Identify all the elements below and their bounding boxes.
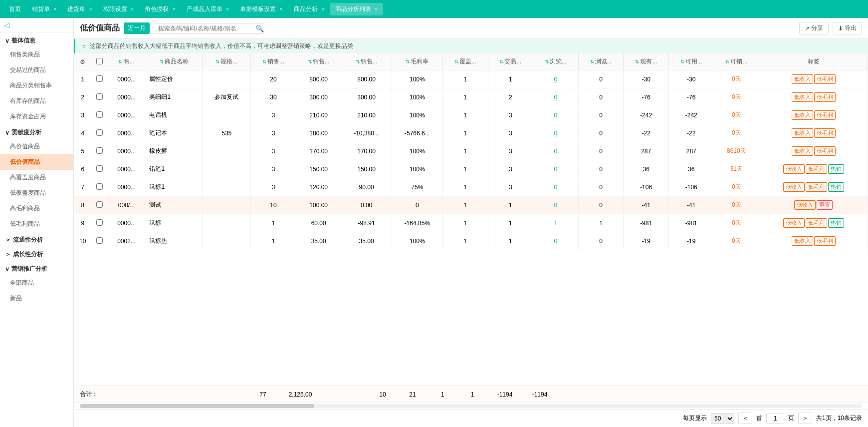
close-icon[interactable]: × bbox=[131, 6, 134, 12]
row-checkbox[interactable] bbox=[96, 219, 103, 226]
sidebar-item-high-value[interactable]: 高价值商品 bbox=[0, 139, 73, 154]
sidebar-item-category-sales-rate[interactable]: 商品分类销售率 bbox=[0, 78, 73, 93]
row-browse1[interactable]: 0 bbox=[533, 70, 579, 88]
sidebar-item-sales-products[interactable]: 销售类商品 bbox=[0, 47, 73, 62]
sidebar-section-liquidity[interactable]: ＞ 流通性分析 bbox=[0, 232, 73, 246]
nav-role-auth[interactable]: 角色授权 × bbox=[140, 3, 180, 15]
per-page-select[interactable]: 50 100 bbox=[711, 413, 734, 424]
sidebar-item-traded-products[interactable]: 交易过的商品 bbox=[0, 62, 73, 78]
browse-link[interactable]: 0 bbox=[554, 238, 558, 245]
row-checkbox[interactable] bbox=[96, 183, 103, 190]
row-checkbox-cell[interactable] bbox=[92, 106, 107, 124]
col-gear[interactable]: ⚙ bbox=[74, 53, 92, 70]
row-browse1[interactable]: 0 bbox=[533, 106, 579, 124]
nav-home[interactable]: 首页 bbox=[4, 3, 26, 15]
sidebar-section-overview[interactable]: ∨ 整体信息 bbox=[0, 32, 73, 47]
close-icon[interactable]: × bbox=[172, 6, 175, 12]
sidebar-item-high-margin[interactable]: 高毛利商品 bbox=[0, 201, 73, 216]
col-price[interactable]: ⇅销售... bbox=[296, 53, 341, 70]
row-browse1[interactable]: 0 bbox=[533, 124, 579, 142]
sidebar-item-low-coverage[interactable]: 低覆盖度商品 bbox=[0, 185, 73, 201]
row-checkbox-cell[interactable] bbox=[92, 88, 107, 106]
row-checkbox[interactable] bbox=[96, 129, 103, 136]
row-checkbox[interactable] bbox=[96, 147, 103, 154]
nav-product-analysis[interactable]: 商品分析 × bbox=[289, 3, 329, 15]
data-table-container[interactable]: ⚙ ⇅商... ⇅商品名称 ⇅规格... ⇅销售... ⇅销售... ⇅销售..… bbox=[74, 53, 868, 386]
row-checkbox[interactable] bbox=[96, 237, 103, 244]
nav-template-settings[interactable]: 单据模板设置 × bbox=[235, 3, 287, 15]
row-checkbox-cell[interactable] bbox=[92, 214, 107, 232]
row-checkbox-cell[interactable] bbox=[92, 70, 107, 88]
nav-permission-settings[interactable]: 权限设置 × bbox=[98, 3, 139, 15]
close-icon[interactable]: × bbox=[375, 6, 378, 12]
col-qty[interactable]: ⇅销售... bbox=[251, 53, 296, 70]
browse-link[interactable]: 0 bbox=[554, 184, 558, 191]
row-browse1[interactable]: 0 bbox=[533, 178, 579, 196]
col-profit-rate[interactable]: ⇅毛利率 bbox=[392, 53, 442, 70]
row-checkbox-cell[interactable] bbox=[92, 124, 107, 142]
filter-period-button[interactable]: 近一月 bbox=[124, 22, 150, 34]
close-icon[interactable]: × bbox=[321, 6, 324, 12]
col-amount[interactable]: ⇅销售... bbox=[341, 53, 392, 70]
row-checkbox[interactable] bbox=[96, 165, 103, 172]
close-icon[interactable]: × bbox=[89, 6, 92, 12]
row-checkbox-cell[interactable] bbox=[92, 142, 107, 160]
sidebar-item-high-coverage[interactable]: 高覆盖度商品 bbox=[0, 170, 73, 185]
search-button[interactable]: 🔍 bbox=[255, 24, 264, 32]
browse-link[interactable]: 0 bbox=[554, 148, 558, 155]
browse-link[interactable]: 0 bbox=[554, 166, 558, 173]
row-browse1[interactable]: 0 bbox=[533, 142, 579, 160]
share-button[interactable]: ↗ 分享 bbox=[799, 22, 829, 34]
sidebar-item-inventory-products[interactable]: 有库存的商品 bbox=[0, 93, 73, 109]
nav-purchase-order[interactable]: 进货单 × bbox=[62, 3, 97, 15]
horizontal-scrollbar[interactable] bbox=[80, 404, 862, 408]
nav-product-analysis-list[interactable]: 商品分析列表 × bbox=[330, 3, 383, 15]
sidebar-item-new-products[interactable]: 新品 bbox=[0, 291, 73, 306]
col-browse1[interactable]: ⇅浏览... bbox=[533, 53, 579, 70]
row-browse1[interactable]: 0 bbox=[533, 232, 579, 250]
col-spec[interactable]: ⇅规格... bbox=[203, 53, 251, 70]
col-trade[interactable]: ⇅交易... bbox=[488, 53, 533, 70]
col-name[interactable]: ⇅商品名称 bbox=[146, 53, 203, 70]
row-checkbox[interactable] bbox=[96, 75, 103, 82]
sidebar-section-contribution[interactable]: ∨ 贡献度分析 bbox=[0, 124, 73, 139]
sidebar-collapse-button[interactable]: ◁ bbox=[4, 21, 9, 29]
export-button[interactable]: ⬇ 导出 bbox=[833, 22, 862, 34]
row-checkbox-cell[interactable] bbox=[92, 160, 107, 178]
col-current[interactable]: ⇅现有... bbox=[624, 53, 669, 70]
row-checkbox-cell[interactable] bbox=[92, 178, 107, 196]
page-number-input[interactable] bbox=[766, 414, 784, 424]
row-checkbox[interactable] bbox=[96, 93, 103, 100]
row-checkbox-cell[interactable] bbox=[92, 232, 107, 250]
scrollbar-thumb[interactable] bbox=[80, 404, 314, 408]
sidebar-section-marketing[interactable]: ∨ 营销推广分析 bbox=[0, 261, 73, 275]
col-coverage[interactable]: ⇅覆盖... bbox=[442, 53, 488, 70]
search-input[interactable] bbox=[154, 23, 263, 34]
select-all-checkbox[interactable] bbox=[96, 58, 103, 64]
browse-link[interactable]: 1 bbox=[554, 220, 558, 227]
close-icon[interactable]: × bbox=[226, 6, 229, 12]
sidebar-item-all-products[interactable]: 全部商品 bbox=[0, 275, 73, 291]
nav-product-inbound[interactable]: 产成品入库单 × bbox=[182, 3, 234, 15]
col-checkbox[interactable] bbox=[92, 53, 107, 70]
nav-sales-order[interactable]: 销货单 × bbox=[27, 3, 61, 15]
first-page-button[interactable]: ＜ bbox=[738, 413, 752, 424]
row-checkbox[interactable] bbox=[96, 201, 103, 208]
browse-link[interactable]: 0 bbox=[554, 130, 558, 137]
close-icon[interactable]: × bbox=[53, 6, 56, 12]
gear-icon[interactable]: ⚙ bbox=[80, 58, 85, 65]
browse-link[interactable]: 0 bbox=[554, 94, 558, 101]
col-browse2[interactable]: ⇅浏览... bbox=[578, 53, 624, 70]
col-saleable[interactable]: ⇅可销... bbox=[714, 53, 759, 70]
last-page-button[interactable]: ＞ bbox=[798, 413, 812, 424]
sidebar-item-low-value[interactable]: 低价值商品 bbox=[0, 154, 73, 170]
browse-link[interactable]: 0 bbox=[554, 76, 558, 83]
row-browse1[interactable]: 0 bbox=[533, 160, 579, 178]
browse-link[interactable]: 0 bbox=[554, 112, 558, 119]
col-available[interactable]: ⇅可用... bbox=[668, 53, 714, 70]
row-checkbox[interactable] bbox=[96, 111, 103, 118]
row-browse1[interactable]: 0 bbox=[533, 88, 579, 106]
row-browse1[interactable]: 0 bbox=[533, 196, 579, 214]
sidebar-item-inventory-fund[interactable]: 库存资金占用 bbox=[0, 109, 73, 124]
sidebar-section-growth[interactable]: ＞ 成长性分析 bbox=[0, 246, 73, 261]
